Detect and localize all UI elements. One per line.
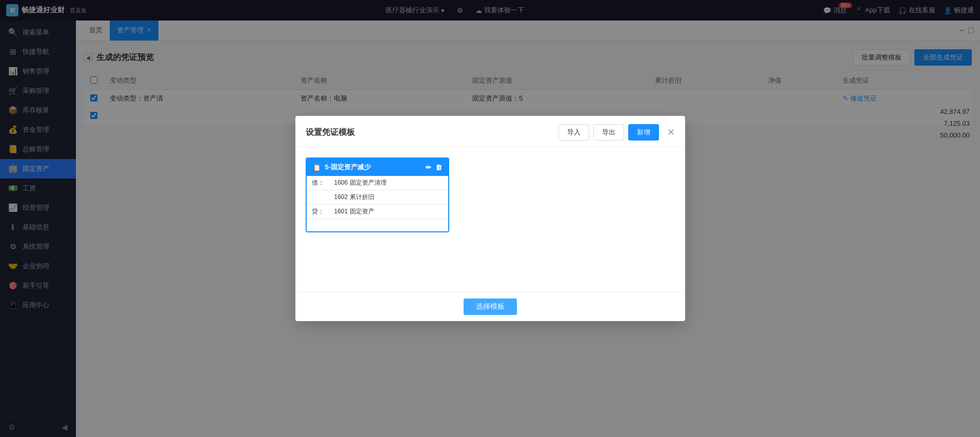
template-card-body: 借： 1606 固定资产清理 1602 累计折旧 bbox=[307, 176, 448, 231]
template-row-credit1: 贷： 1601 固定资产 bbox=[307, 205, 448, 219]
template-row-debit1: 借： 1606 固定资产清理 bbox=[307, 176, 448, 190]
template-name: 5-固定资产减少 bbox=[325, 163, 371, 172]
debit-amount bbox=[418, 176, 433, 190]
close-icon[interactable]: ✕ bbox=[667, 127, 675, 138]
modal-header: 设置凭证模板 导入 导出 新增 ✕ bbox=[295, 116, 685, 147]
modal-overlay: 设置凭证模板 导入 导出 新增 ✕ 📋 5-固定资产减少 bbox=[0, 0, 980, 437]
template-card-header: 📋 5-固定资产减少 ✏ 🗑 bbox=[307, 158, 448, 176]
modal-body: 📋 5-固定资产减少 ✏ 🗑 借： bbox=[295, 147, 685, 292]
select-template-btn[interactable]: 选择模板 bbox=[464, 299, 517, 315]
template-grid: 📋 5-固定资产减少 ✏ 🗑 借： bbox=[306, 157, 675, 232]
template-table: 借： 1606 固定资产清理 1602 累计折旧 bbox=[307, 176, 448, 231]
entry-type bbox=[307, 190, 329, 205]
entry-type: 贷： bbox=[307, 205, 329, 219]
debit-amount bbox=[418, 190, 433, 205]
modal-set-voucher-template: 设置凭证模板 导入 导出 新增 ✕ 📋 5-固定资产减少 bbox=[295, 116, 685, 321]
modal-title: 设置凭证模板 bbox=[306, 127, 355, 138]
credit-amount bbox=[433, 205, 448, 219]
template-card-header-actions: ✏ 🗑 bbox=[426, 164, 442, 171]
entry-type: 借： bbox=[307, 176, 329, 190]
template-row-debit2: 1602 累计折旧 bbox=[307, 190, 448, 205]
debit-amount bbox=[418, 205, 433, 219]
template-empty-row bbox=[307, 219, 448, 231]
import-btn[interactable]: 导入 bbox=[558, 124, 589, 141]
delete-icon[interactable]: 🗑 bbox=[435, 164, 442, 171]
credit-amount bbox=[433, 190, 448, 205]
new-btn[interactable]: 新增 bbox=[628, 124, 659, 141]
modal-footer: 选择模板 bbox=[295, 292, 685, 321]
modal-header-actions: 导入 导出 新增 ✕ bbox=[558, 124, 675, 141]
credit-amount bbox=[433, 176, 448, 190]
account-code: 1602 累计折旧 bbox=[329, 190, 419, 205]
account-code: 1606 固定资产清理 bbox=[329, 176, 419, 190]
export-btn[interactable]: 导出 bbox=[593, 124, 624, 141]
file-icon: 📋 bbox=[313, 164, 321, 171]
account-code: 1601 固定资产 bbox=[329, 205, 419, 219]
template-card[interactable]: 📋 5-固定资产减少 ✏ 🗑 借： bbox=[306, 157, 449, 232]
edit-icon[interactable]: ✏ bbox=[426, 164, 431, 171]
